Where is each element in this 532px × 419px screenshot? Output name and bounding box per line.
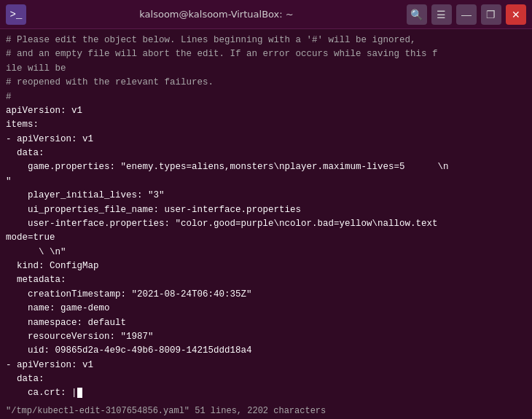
line-26: ca.crt: | bbox=[6, 388, 82, 398]
line-24: - apiVersion: v1 bbox=[6, 360, 93, 370]
line-4: # reopened with the relevant failures. bbox=[6, 77, 214, 87]
line-6: apiVersion: v1 bbox=[6, 106, 82, 116]
line-9: data: bbox=[6, 148, 44, 158]
line-25: data: bbox=[6, 374, 44, 384]
line-16: \ \n" bbox=[6, 247, 66, 257]
title-bar: >_ kalsoom@kalsoom-VirtualBox: ~ 🔍 ☰ — ❐… bbox=[0, 0, 532, 29]
line-10: game.properties: "enemy.types=aliens,mon… bbox=[6, 162, 449, 172]
line-8: - apiVersion: v1 bbox=[6, 134, 93, 144]
line-18: metadata: bbox=[6, 275, 66, 285]
line-1: # Please edit the object below. Lines be… bbox=[6, 35, 416, 45]
line-15: mode=true bbox=[6, 232, 55, 243]
line-13: ui_properties_file_name: user-interface.… bbox=[6, 205, 301, 215]
terminal-body[interactable]: # Please edit the object below. Lines be… bbox=[0, 29, 532, 419]
line-2: # and an empty file will abort the edit.… bbox=[6, 49, 438, 59]
code-content: # Please edit the object below. Lines be… bbox=[6, 34, 526, 419]
title-bar-left: >_ bbox=[6, 4, 26, 25]
terminal-icon-symbol: >_ bbox=[10, 9, 23, 20]
line-3: ile will be bbox=[6, 63, 66, 74]
line-14: user-interface.properties: "color.good=p… bbox=[6, 219, 438, 229]
close-button[interactable]: ✕ bbox=[506, 4, 526, 25]
line-23: uid: 09865d2a-4e9c-49b6-8009-14215ddd18a… bbox=[6, 345, 252, 356]
line-22: resourceVersion: "1987" bbox=[6, 332, 154, 342]
status-text: "/tmp/kubectl-edit-3107654856.yaml" 51 l… bbox=[6, 406, 326, 416]
minimize-button[interactable]: — bbox=[456, 4, 477, 25]
window-title: kalsoom@kalsoom-VirtualBox: ~ bbox=[139, 9, 293, 20]
cursor bbox=[77, 388, 82, 398]
maximize-button[interactable]: ❐ bbox=[481, 4, 501, 25]
line-19: creationTimestamp: "2021-08-24T06:40:35Z… bbox=[6, 289, 252, 299]
line-17: kind: ConfigMap bbox=[6, 261, 99, 271]
status-bar: "/tmp/kubectl-edit-3107654856.yaml" 51 l… bbox=[0, 403, 532, 419]
terminal-icon: >_ bbox=[6, 4, 26, 25]
line-12: player_initial_lives: "3" bbox=[6, 190, 165, 200]
line-5: # bbox=[6, 92, 12, 102]
line-20: name: game-demo bbox=[6, 303, 110, 313]
line-11: " bbox=[6, 176, 12, 187]
line-21: namespace: default bbox=[6, 318, 126, 328]
line-7: items: bbox=[6, 120, 39, 130]
title-bar-controls: 🔍 ☰ — ❐ ✕ bbox=[407, 4, 526, 25]
menu-button[interactable]: ☰ bbox=[431, 4, 452, 25]
search-button[interactable]: 🔍 bbox=[407, 4, 427, 25]
